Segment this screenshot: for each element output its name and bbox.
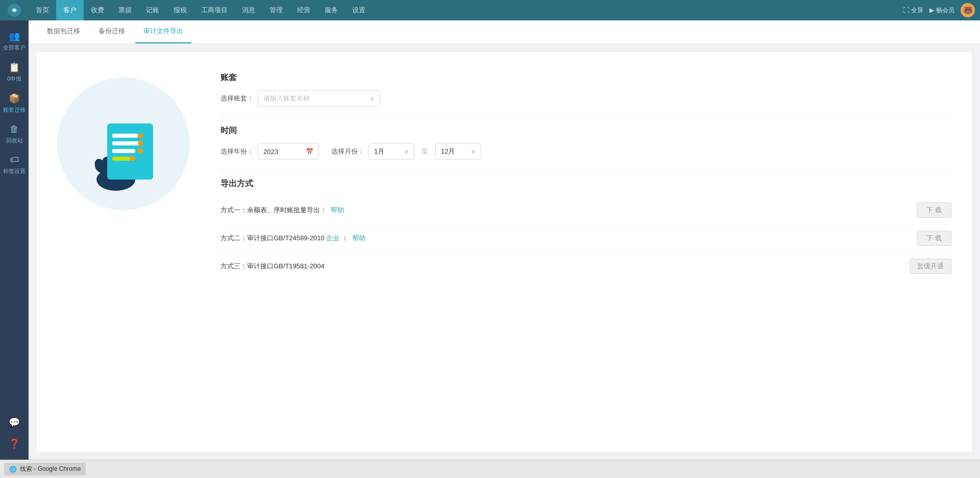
export-method-2: 方式二：审计接口GB/T24589-2010 企业 ： 帮助 下 载	[220, 224, 951, 253]
sidebar-item-migration[interactable]: 📦 账套迁移	[0, 88, 29, 119]
fullscreen-icon: ⛶	[903, 7, 909, 14]
tab-data-migration[interactable]: 数据包迁移	[39, 20, 88, 43]
method-2-label: 方式二：审计接口GB/T24589-2010 企业 ： 帮助	[220, 234, 365, 243]
content-area: 数据包迁移 备份迁移 审计文件导出	[29, 20, 980, 460]
nav-tax[interactable]: 报税	[166, 0, 194, 20]
tag-icon: 🏷	[10, 155, 19, 165]
to-month-chevron-icon: ∨	[471, 148, 476, 155]
account-set-label: 选择账套：	[220, 94, 254, 103]
taskbar-chrome-item[interactable]: 🌐 线索 - Google Chrome	[4, 463, 86, 475]
export-section: 方式一：余额表、序时账批量导出： 帮助 下 载 方式二：审计接口GB/T2458…	[220, 196, 951, 280]
customers-icon: 👥	[9, 31, 20, 42]
time-title: 时间	[220, 125, 951, 136]
svg-rect-6	[112, 134, 138, 138]
to-label: 至	[419, 147, 431, 156]
nav-invoice[interactable]: 票据	[111, 0, 139, 20]
svg-point-10	[138, 141, 143, 146]
illustration-circle	[57, 78, 190, 210]
chevron-down-icon: ∨	[370, 95, 375, 102]
svg-rect-8	[112, 149, 135, 153]
chat-icon: 💬	[9, 417, 20, 428]
account-set-row: 选择账套： 请输入账套名称 ∨	[220, 90, 951, 107]
nav-settings[interactable]: 设置	[345, 0, 373, 20]
declare-icon: 📋	[9, 62, 20, 73]
nav-fee[interactable]: 收费	[84, 0, 111, 20]
page-content: 账套 选择账套： 请输入账套名称 ∨ 时间 选择年份： 2023 📅	[37, 52, 972, 451]
method-1-help-link[interactable]: 帮助	[331, 206, 344, 214]
calendar-icon: 📅	[306, 148, 313, 155]
document-illustration	[78, 90, 169, 197]
main-layout: 👥 全部客户 📋 0申报 📦 账套迁移 🗑 回收站 🏷 标签设置 💬 ❓	[0, 20, 980, 460]
method-3-open-button[interactable]: 暂缓开通	[910, 259, 951, 274]
recycle-icon: 🗑	[10, 124, 19, 135]
method-3-label: 方式三：审计接口GB/T19581-2004	[220, 262, 325, 271]
divider-2	[220, 169, 951, 169]
svg-rect-12	[112, 157, 130, 161]
method-1-download-button[interactable]: 下 载	[917, 203, 951, 218]
tab-backup-migration[interactable]: 备份迁移	[90, 20, 133, 43]
sidebar-item-zero-declare[interactable]: 📋 0申报	[0, 57, 29, 88]
method-2-download-button[interactable]: 下 载	[917, 231, 951, 246]
sidebar-item-all-customers[interactable]: 👥 全部客户	[0, 26, 29, 57]
export-method-3: 方式三：审计接口GB/T19581-2004 暂缓开通	[220, 253, 951, 280]
account-set-input[interactable]: 请输入账套名称 ∨	[258, 90, 380, 107]
svg-point-13	[130, 156, 135, 161]
to-month-input[interactable]: 12月 ∨	[435, 143, 481, 160]
nav-bookkeeping[interactable]: 记账	[139, 0, 166, 20]
month-chevron-icon: ∨	[404, 148, 409, 155]
app-logo	[5, 1, 23, 19]
method-2-company-link[interactable]: 企业	[326, 234, 339, 242]
tab-audit-export[interactable]: 审计文件导出	[135, 20, 191, 43]
time-row: 选择年份： 2023 📅 选择月份： 1月 ∨ 至 12月 ∨	[220, 143, 951, 160]
illustration-area	[57, 67, 190, 436]
sidebar-bottom: 💬 ❓	[0, 412, 29, 460]
svg-point-1	[13, 9, 16, 12]
chrome-icon: 🌐	[9, 466, 17, 473]
svg-rect-7	[112, 141, 140, 145]
nav-manage[interactable]: 管理	[262, 0, 290, 20]
sidebar: 👥 全部客户 📋 0申报 📦 账套迁移 🗑 回收站 🏷 标签设置 💬 ❓	[0, 20, 29, 460]
form-area: 账套 选择账套： 请输入账套名称 ∨ 时间 选择年份： 2023 📅	[220, 67, 951, 436]
nav-message[interactable]: 消息	[235, 0, 262, 20]
user-avatar[interactable]: 🐻	[961, 3, 975, 17]
nav-menu: 首页 客户 收费 票据 记账 报税 工商项目 消息 管理 经营 服务 设置	[29, 0, 903, 20]
account-set-title: 账套	[220, 72, 951, 83]
year-label: 选择年份：	[220, 147, 254, 156]
fullscreen-button[interactable]: ⛶ 全屏	[903, 6, 923, 15]
nav-service[interactable]: 服务	[317, 0, 345, 20]
nav-right-area: ⛶ 全屏 ▶ 畅会员 🐻	[903, 3, 975, 17]
taskbar: 🌐 线索 - Google Chrome	[0, 460, 980, 478]
sidebar-item-recycle[interactable]: 🗑 回收站	[0, 119, 29, 149]
method-1-label: 方式一：余额表、序时账批量导出： 帮助	[220, 206, 344, 215]
divider-1	[220, 116, 951, 116]
top-navigation: 首页 客户 收费 票据 记账 报税 工商项目 消息 管理 经营 服务 设置 ⛶ …	[0, 0, 980, 20]
sidebar-item-chat[interactable]: 💬	[0, 412, 29, 433]
from-month-input[interactable]: 1月 ∨	[369, 143, 414, 160]
member-button[interactable]: ▶ 畅会员	[929, 6, 954, 15]
nav-operation[interactable]: 经营	[290, 0, 317, 20]
year-input[interactable]: 2023 📅	[258, 143, 319, 160]
sidebar-item-help[interactable]: ❓	[0, 433, 29, 455]
svg-point-9	[138, 133, 143, 138]
svg-point-11	[138, 148, 143, 154]
month-label: 选择月份：	[331, 147, 364, 156]
method-2-help-link[interactable]: 帮助	[352, 234, 365, 242]
nav-customer[interactable]: 客户	[56, 0, 84, 20]
export-title: 导出方式	[220, 179, 951, 189]
migration-icon: 📦	[9, 93, 20, 104]
member-icon: ▶	[929, 7, 934, 14]
tab-bar: 数据包迁移 备份迁移 审计文件导出	[29, 20, 980, 44]
export-method-1: 方式一：余额表、序时账批量导出： 帮助 下 载	[220, 196, 951, 224]
nav-business[interactable]: 工商项目	[194, 0, 235, 20]
help-icon: ❓	[9, 438, 20, 449]
sidebar-item-tag-settings[interactable]: 🏷 标签设置	[0, 149, 29, 180]
nav-home[interactable]: 首页	[29, 0, 56, 20]
